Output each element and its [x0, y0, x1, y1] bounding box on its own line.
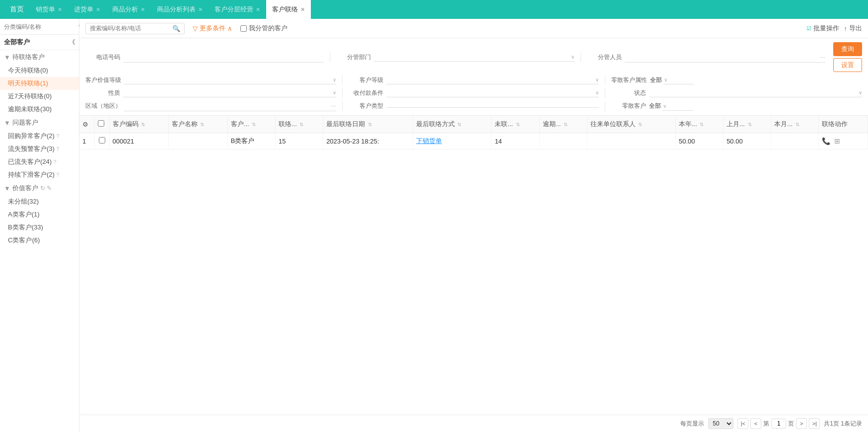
cell-last-contact-method[interactable]: 下销货单	[413, 133, 492, 149]
filter-row-2: 客户价值等级 ∨ 客户等级 ∨	[85, 75, 862, 85]
filter-retailattr-select[interactable]: ∨	[664, 75, 694, 84]
sort-icon3[interactable]: ⇅	[252, 122, 256, 127]
prev-page-button[interactable]: <	[750, 418, 761, 429]
sidebar-item-today[interactable]: 今天待联络(0)	[0, 64, 79, 77]
sort-icon5[interactable]: ⇅	[368, 122, 372, 127]
per-page-label: 每页显示	[680, 420, 704, 428]
filter-status-select[interactable]: ∨	[649, 88, 862, 97]
filter-staff-select[interactable]: ···	[625, 52, 825, 63]
filter-retail-select[interactable]: ∨	[663, 102, 693, 111]
close-salesorder-icon[interactable]: ✕	[58, 6, 62, 13]
col-checkbox[interactable]	[94, 116, 109, 133]
filter-staff-field: 分管人员 ···	[587, 52, 825, 63]
nav-tab-salesorder[interactable]: 销货单 ✕	[30, 0, 68, 19]
nav-tab-purchaseorder[interactable]: 进货单 ✕	[68, 0, 106, 19]
help-icon[interactable]: ?	[56, 133, 59, 139]
sidebar-item-class-a[interactable]: A类客户(1)	[0, 208, 79, 221]
sidebar-search-input[interactable]	[4, 23, 78, 30]
sort-icon4[interactable]: ⇅	[299, 122, 303, 127]
col-settings[interactable]: ⚙	[79, 116, 94, 133]
col-customer-type: 客户... ⇅	[227, 116, 275, 133]
sort-icon6[interactable]: ⇅	[457, 122, 461, 127]
first-page-button[interactable]: |<	[737, 418, 748, 429]
help-icon3[interactable]: ?	[53, 159, 56, 165]
sidebar-item-class-c[interactable]: C类客户(6)	[0, 234, 79, 247]
sidebar-item-churn-warn[interactable]: 流失预警客户(3) ?	[0, 143, 79, 155]
phone-icon[interactable]: 📞	[822, 137, 830, 145]
settings-button[interactable]: 设置	[833, 58, 862, 72]
page-input[interactable]	[771, 419, 786, 429]
filter-region-field: 区域（地区） ···	[85, 101, 336, 111]
sidebar-item-declining[interactable]: 持续下滑客户(2) ?	[0, 168, 79, 181]
batch-op-button[interactable]: ☑ 批量操作	[806, 24, 839, 33]
cell-checkbox[interactable]	[94, 133, 109, 149]
nav-tab-customerlayer[interactable]: 客户分层经营 ✕	[209, 0, 266, 19]
close-customercontact-icon[interactable]: ✕	[300, 6, 305, 13]
last-page-button[interactable]: >|	[809, 418, 820, 429]
filter-cvalue-label: 客户价值等级	[85, 76, 121, 84]
sidebar-collapse-icon[interactable]: 《	[69, 38, 75, 47]
help-icon2[interactable]: ?	[56, 146, 59, 152]
per-page-select[interactable]: 50 100 200	[708, 418, 733, 429]
grid-icon[interactable]: ⊞	[834, 137, 840, 145]
contact-method-link[interactable]: 下销货单	[416, 137, 442, 144]
next-page-button[interactable]: >	[796, 418, 807, 429]
sort-icon7[interactable]: ⇅	[516, 122, 520, 127]
sidebar-item-overdue[interactable]: 逾期未联络(30)	[0, 103, 79, 116]
filter-dept-select[interactable]: ∨	[374, 53, 575, 62]
filter-dept-field: 分管部门 ∨	[336, 53, 575, 62]
my-customer-checkbox[interactable]	[240, 25, 247, 32]
cell-last-contact-date: 2023-05-23 18:25:	[323, 133, 413, 149]
sort-icon2[interactable]: ⇅	[200, 122, 204, 127]
filter-cvalue-select[interactable]: ∨	[124, 75, 336, 84]
help-icon4[interactable]: ?	[56, 172, 59, 178]
settings-icon[interactable]: ⚙	[82, 121, 88, 128]
sort-icon10[interactable]: ⇅	[700, 122, 704, 127]
nav-tab-productanalysis[interactable]: 商品分析 ✕	[106, 0, 151, 19]
filter-region-select[interactable]: ···	[124, 101, 336, 111]
close-purchaseorder-icon[interactable]: ✕	[96, 6, 100, 13]
group-arrow-icon3: ▼	[4, 185, 10, 192]
sort-icon[interactable]: ⇅	[141, 122, 145, 127]
page-label: 第	[763, 420, 769, 428]
filter-nature-select[interactable]: ∨	[123, 88, 336, 97]
sidebar-item-repurchase[interactable]: 回购异常客户(2) ?	[0, 130, 79, 143]
query-button[interactable]: 查询	[833, 42, 862, 56]
sidebar-item-week7[interactable]: 近7天待联络(0)	[0, 90, 79, 103]
search-input[interactable]	[90, 25, 172, 32]
filter-phone-input[interactable]	[123, 52, 324, 63]
nav-tab-productanalysislist[interactable]: 商品分析列表 ✕	[151, 0, 209, 19]
close-customerlayer-icon[interactable]: ✕	[256, 6, 260, 13]
sidebar-group-pending[interactable]: ▼ 待联络客户	[0, 50, 79, 64]
toolbar-search-icon[interactable]: 🔍	[172, 25, 180, 32]
nav-home[interactable]: 首页	[4, 0, 30, 19]
sort-icon8[interactable]: ⇅	[564, 122, 568, 127]
close-productanalysis-icon[interactable]: ✕	[141, 6, 145, 13]
filter-clevel-select[interactable]: ∨	[386, 75, 599, 84]
filter-ctype-select[interactable]	[386, 104, 599, 108]
sort-icon11[interactable]: ⇅	[748, 122, 752, 127]
filter-status-field: 状态 ∨	[611, 88, 862, 97]
sidebar-group-value[interactable]: ▼ 价值客户 ↻ ✎	[0, 181, 79, 195]
filter-ctype-field: 客户类型	[349, 102, 599, 110]
nav-tab-customercontact[interactable]: 客户联络 ✕	[266, 0, 311, 19]
my-customer-checkbox-area[interactable]: 我分管的客户	[240, 24, 288, 33]
chevron-down-icon3: ∨	[595, 77, 599, 82]
sidebar-all-customers[interactable]: 全部客户 《	[0, 35, 79, 50]
col-action: 联络动作	[819, 116, 868, 133]
select-all-checkbox[interactable]	[98, 120, 104, 127]
row-checkbox[interactable]	[99, 137, 105, 144]
retail-customer-value: 全部	[649, 102, 661, 110]
sidebar-item-tomorrow[interactable]: 明天待联络(1)	[0, 77, 79, 90]
sort-icon12[interactable]: ⇅	[796, 122, 799, 127]
filter-more-button[interactable]: ▽ 更多条件 ∧	[189, 22, 236, 35]
sidebar-item-class-b[interactable]: B类客户(33)	[0, 221, 79, 234]
close-productanalysislist-icon[interactable]: ✕	[198, 6, 203, 13]
sidebar-group-problem[interactable]: ▼ 问题客户	[0, 116, 79, 130]
sort-icon9[interactable]: ⇅	[638, 122, 642, 127]
filter-payment-select[interactable]: ∨	[386, 88, 599, 97]
sidebar-item-churned[interactable]: 已流失客户(24) ?	[0, 155, 79, 168]
export-button[interactable]: ↑ 导出	[844, 24, 863, 33]
sidebar-item-ungrouped[interactable]: 未分组(32)	[0, 195, 79, 208]
filter-staff-label: 分管人员	[587, 53, 622, 62]
